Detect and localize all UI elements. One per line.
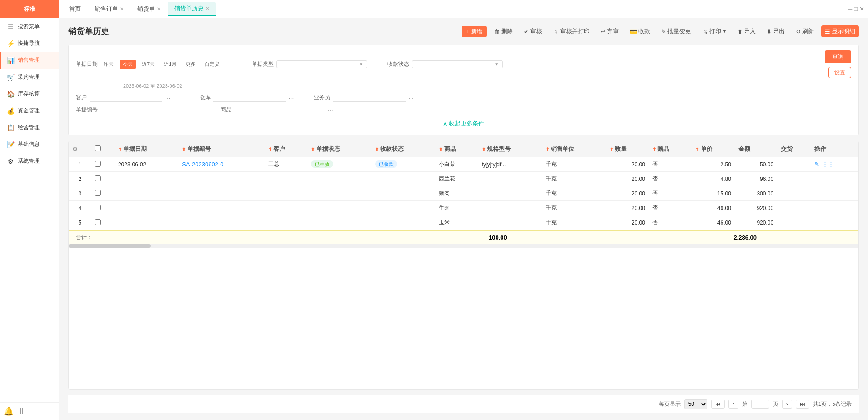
sidebar-item-quick-nav[interactable]: ⚡ 快捷导航 (0, 35, 59, 52)
audit-print-icon: 🖨 (553, 28, 559, 35)
sidebar-item-finance-mgmt[interactable]: 💰 资金管理 (0, 102, 59, 119)
close-btn[interactable]: ✕ (859, 5, 864, 12)
per-page-select[interactable]: 50 100 200 (684, 399, 707, 409)
th-qty[interactable]: ⬆ 数量 (606, 141, 649, 157)
row-select-checkbox[interactable] (95, 205, 101, 210)
notification-icon[interactable]: 🔔 (4, 406, 14, 416)
print-icon: 🖨 (702, 28, 708, 35)
delete-button[interactable]: 🗑 删除 (490, 25, 517, 37)
th-gift[interactable]: ⬆ 赠品 (649, 141, 692, 157)
amount-cell: 96.00 (735, 172, 777, 186)
sidebar-item-sales-mgmt[interactable]: 📊 销售管理 (0, 52, 59, 69)
tab-sales-goods-close[interactable]: ✕ (157, 6, 161, 11)
doc-num-label: 单据编号 (76, 106, 98, 114)
unit-cell: 千克 (542, 215, 606, 230)
date-btn-yesterday[interactable]: 昨天 (100, 60, 117, 69)
th-spec[interactable]: ⬆ 规格型号 (478, 141, 542, 157)
sidebar-item-purchase-mgmt[interactable]: 🛒 采购管理 (0, 69, 59, 85)
goods-input[interactable] (234, 105, 325, 114)
scroll-thumb[interactable] (69, 244, 151, 248)
trade-cell (777, 201, 811, 215)
customer-picker-icon[interactable]: ··· (165, 94, 171, 101)
row-num-cell: 2 (69, 172, 91, 186)
th-checkbox (91, 141, 115, 157)
goods-picker-icon[interactable]: ··· (328, 106, 333, 114)
scroll-track[interactable] (69, 244, 858, 248)
batch-change-button[interactable]: ✎ 批量变更 (657, 25, 695, 37)
minimize-btn[interactable]: ─ (848, 5, 852, 12)
more-icon[interactable]: ⋮⋮ (822, 161, 834, 168)
th-goods[interactable]: ⬆ 商品 (435, 141, 478, 157)
th-customer[interactable]: ⬆ 客户 (265, 141, 307, 157)
sidebar-item-basic-info[interactable]: 📝 基础信息 (0, 136, 59, 153)
date-btn-today[interactable]: 今天 (120, 60, 136, 69)
doc-type-arrow-icon: ▼ (359, 62, 363, 67)
th-settings[interactable]: ⚙ (69, 141, 91, 157)
doc-number-cell (178, 201, 265, 215)
audit-button[interactable]: ✔ 审核 (520, 25, 546, 37)
import-button[interactable]: ⬆ 导入 (734, 25, 759, 37)
row-select-checkbox[interactable] (95, 161, 101, 167)
last-page-btn[interactable]: ⏭ (796, 400, 809, 409)
first-page-btn[interactable]: ⏮ (711, 400, 725, 409)
collapse-button[interactable]: ∧ 收起更多条件 (76, 118, 851, 130)
show-detail-button[interactable]: ☰ 显示明细 (821, 25, 859, 37)
query-button[interactable]: 查询 (825, 50, 851, 63)
sort-icon: ⬆ (546, 147, 549, 152)
abandon-button[interactable]: ↩ 弃审 (597, 25, 622, 37)
collect-button[interactable]: 💳 收款 (626, 25, 654, 37)
th-doc-status[interactable]: ⬆ 单据状态 (307, 141, 371, 157)
row-select-checkbox[interactable] (95, 175, 101, 181)
sys-icon: ⚙ (7, 158, 14, 165)
settings-icon[interactable]: ⚙ (72, 146, 78, 153)
doc-num-input[interactable] (100, 105, 191, 114)
filter-actions: 查询 设置 (825, 50, 851, 78)
audit-print-button[interactable]: 🖨 审核并打印 (549, 25, 593, 37)
th-unit[interactable]: ⬆ 销售单位 (542, 141, 606, 157)
th-doc-date[interactable]: ⬆ 单据日期 (115, 141, 178, 157)
sidebar-item-ops-mgmt[interactable]: 📋 经营管理 (0, 119, 59, 136)
next-page-btn[interactable]: › (782, 400, 792, 409)
settings-button[interactable]: 设置 (828, 67, 851, 78)
export-button[interactable]: ⬇ 导出 (763, 25, 788, 37)
table-row: 4牛肉千克20.00否46.00920.00 (69, 201, 858, 215)
print-button[interactable]: 🖨 打印 ▼ (698, 25, 730, 37)
salesperson-picker-icon[interactable]: ··· (408, 94, 414, 101)
date-btn-more[interactable]: 更多 (182, 60, 199, 69)
collect-status-cell (371, 201, 435, 215)
warehouse-input[interactable] (213, 93, 286, 102)
total-info: 共1页，5条记录 (813, 400, 852, 408)
select-all-checkbox[interactable] (95, 145, 101, 151)
refresh-button[interactable]: ↻ 刷新 (792, 25, 818, 37)
sidebar-item-search-menu[interactable]: ☰ 搜索菜单 (0, 18, 59, 35)
collect-status-select[interactable]: ▼ (412, 60, 503, 68)
tab-sales-goods[interactable]: 销货单 ✕ (131, 2, 167, 16)
salesperson-input[interactable] (333, 93, 406, 102)
tab-sales-order-close[interactable]: ✕ (120, 6, 124, 11)
salesperson-label: 业务员 (314, 94, 330, 101)
new-button[interactable]: + 新增 (462, 26, 487, 37)
sidebar-item-inventory[interactable]: 🏠 库存核算 (0, 85, 59, 102)
tab-sales-order[interactable]: 销售订单 ✕ (88, 2, 130, 16)
tab-sales-history[interactable]: 销货单历史 ✕ (168, 2, 216, 16)
date-btn-1month[interactable]: 近1月 (161, 60, 180, 69)
prev-page-btn[interactable]: ‹ (728, 400, 738, 409)
edit-icon[interactable]: ✎ (814, 161, 819, 168)
customer-input[interactable] (90, 93, 162, 102)
sidebar-item-sys-mgmt[interactable]: ⚙ 系统管理 (0, 153, 59, 170)
maximize-btn[interactable]: □ (854, 5, 858, 12)
date-btn-custom[interactable]: 自定义 (201, 60, 223, 69)
row-select-checkbox[interactable] (95, 190, 101, 196)
tab-home[interactable]: 首页 (63, 2, 87, 16)
th-collect-status[interactable]: ⬆ 收款状态 (371, 141, 435, 157)
th-price[interactable]: ⬆ 单价 (692, 141, 734, 157)
th-doc-number[interactable]: ⬆ 单据编号 (178, 141, 265, 157)
tab-sales-history-close[interactable]: ✕ (206, 6, 209, 11)
warehouse-picker-icon[interactable]: ··· (289, 94, 294, 101)
pause-icon[interactable]: ⏸ (17, 406, 25, 416)
row-select-checkbox[interactable] (95, 219, 101, 225)
doc-type-select[interactable]: ▼ (276, 60, 367, 68)
sidebar-item-label: 销售管理 (18, 56, 40, 64)
page-number-input[interactable]: 1 (751, 400, 769, 409)
date-btn-7days[interactable]: 近7天 (139, 60, 158, 69)
